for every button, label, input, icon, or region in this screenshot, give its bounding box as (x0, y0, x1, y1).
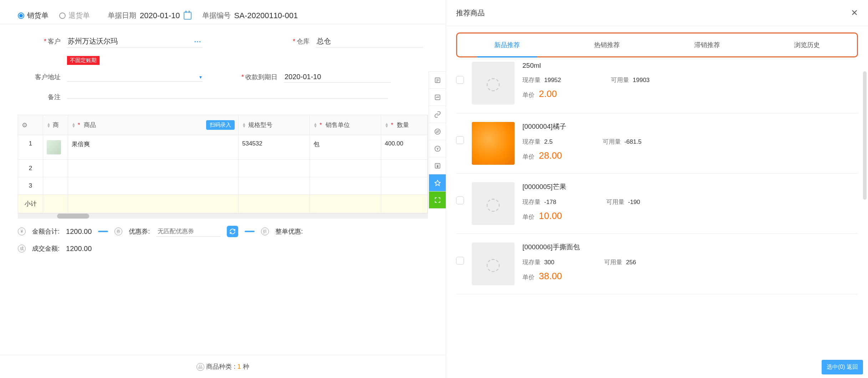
tab-return-order[interactable]: 退货单 (59, 11, 90, 20)
customer-field: *客户 苏州万达沃尔玛 ⋯ (18, 35, 203, 48)
warehouse-value: 总仓 (317, 36, 331, 46)
product-name: [0000005]芒果 (522, 182, 858, 191)
customer-input[interactable]: 苏州万达沃尔玛 ⋯ (67, 35, 203, 48)
sort-icon[interactable]: ▲▼ (72, 123, 76, 128)
price-label: 单价 (522, 274, 535, 281)
deal-icon: 成 (18, 245, 26, 252)
stock-label: 现存量 (522, 77, 541, 83)
recommend-tab[interactable]: 热销推荐 (557, 34, 657, 56)
product-image: ◌ (472, 62, 515, 104)
address-input[interactable]: ▾ (67, 73, 203, 82)
table-row[interactable]: 2 (18, 160, 428, 177)
item-checkbox[interactable] (456, 196, 464, 204)
more-icon[interactable]: ⋯ (194, 37, 202, 46)
recommend-item[interactable]: [0000004]橘子 现存量2.5 可用量-681.5 单价28.00 (456, 113, 858, 174)
price-label: 单价 (522, 214, 535, 220)
yen-circle-icon[interactable] (429, 157, 446, 174)
recommend-item[interactable]: ◌ [0000006]手撕面包 现存量300 可用量256 单价38.00 (456, 234, 858, 294)
subtotal-label: 小计 (18, 195, 43, 213)
customer-label: 客户 (48, 38, 61, 45)
doc-number-value: SA-20200110-001 (234, 11, 298, 20)
kind-count: 1 (238, 363, 241, 370)
col-spec: 规格型号 (248, 121, 272, 129)
link-icon[interactable] (429, 106, 446, 123)
recommend-tab[interactable]: 滞销推荐 (657, 34, 757, 56)
price-label: 单价 (522, 153, 535, 160)
svg-point-5 (435, 129, 440, 134)
warehouse-input[interactable]: 总仓 (316, 35, 423, 48)
product-image: ◌ (472, 242, 515, 285)
expand-icon[interactable] (429, 191, 446, 209)
refresh-button[interactable] (227, 226, 238, 237)
item-checkbox[interactable] (456, 257, 464, 265)
sort-icon[interactable]: ▲▼ (242, 123, 246, 128)
receipt-icon[interactable] (429, 140, 446, 157)
avail-value: -681.5 (624, 138, 642, 145)
avail-label: 可用量 (604, 259, 622, 266)
recommend-item[interactable]: ◌ 250ml 现存量19952 可用量19903 单价2.00 (456, 53, 858, 113)
side-toolbar (429, 71, 446, 209)
due-date-input[interactable]: 2020-01-10 (284, 71, 391, 83)
due-date-field: *收款到期日 2020-01-10 (235, 71, 391, 83)
doc-type-tabs: 销货单 退货单 单据日期 2020-01-10 单据编号 SA-20200110… (0, 7, 446, 24)
item-checkbox[interactable] (456, 136, 464, 144)
sort-icon[interactable]: ▲▼ (313, 123, 317, 128)
sort-icon[interactable]: ▲▼ (47, 123, 51, 128)
stock-label: 现存量 (522, 199, 541, 205)
footer-summary: 品 商品种类 : 1 种 (0, 355, 446, 378)
recommend-tabs-highlight: 新品推荐热销推荐滞销推荐浏览历史 (456, 32, 858, 57)
radio-selected-icon (18, 12, 24, 19)
stock-value: -178 (544, 199, 556, 205)
price-value: 2.00 (539, 88, 557, 99)
selected-return-button[interactable]: 选中(0) 返回 (822, 360, 863, 374)
sort-icon[interactable]: ▲▼ (385, 123, 389, 128)
exchange-icon[interactable] (429, 123, 446, 140)
doc-date-value[interactable]: 2020-01-10 (140, 11, 180, 20)
recommend-tab[interactable]: 浏览历史 (757, 34, 857, 56)
minus-icon (98, 231, 108, 232)
discount-icon: 折 (261, 228, 269, 235)
recommend-item[interactable]: ◌ [0000005]芒果 现存量-178 可用量-190 单价10.00 (456, 174, 858, 234)
product-name: [0000006]手撕面包 (522, 242, 858, 252)
table-row[interactable]: 1 果倍爽 534532 包 400.00 (18, 135, 428, 160)
customer-value: 苏州万达沃尔玛 (68, 36, 118, 46)
panel-title: 推荐商品 (456, 8, 485, 18)
calendar-icon[interactable] (184, 12, 192, 20)
tab-label: 退货单 (68, 11, 90, 20)
kind-unit: 种 (243, 363, 249, 370)
stock-value: 2.5 (544, 138, 553, 145)
stock-value: 300 (544, 259, 554, 266)
price-label: 单价 (522, 92, 535, 98)
scan-input-button[interactable]: 扫码录入 (206, 120, 235, 130)
address-label: 客户地址 (18, 73, 61, 81)
amount-label: 金额合计: (32, 227, 60, 236)
stock-label: 现存量 (522, 138, 541, 145)
product-thumbnail (47, 140, 61, 154)
stock-value: 19952 (544, 77, 561, 83)
col-product: 商品 (84, 121, 96, 129)
address-field: 客户地址 ▾ (18, 73, 203, 82)
chart-icon[interactable] (429, 89, 446, 106)
gear-icon[interactable]: ⚙ (22, 121, 27, 129)
tab-label: 销货单 (27, 11, 48, 20)
star-icon[interactable] (429, 174, 446, 191)
vertical-scrollbar[interactable] (863, 71, 867, 200)
remark-input[interactable] (67, 96, 388, 99)
subtotal-row: 小计 (18, 195, 428, 213)
recommend-tab[interactable]: 新品推荐 (457, 34, 557, 56)
recommend-list[interactable]: ◌ 250ml 现存量19952 可用量19903 单价2.00 [000000… (446, 53, 868, 356)
avail-value: -190 (628, 199, 640, 205)
close-icon[interactable]: ✕ (851, 8, 858, 18)
chevron-down-icon[interactable]: ▾ (199, 74, 202, 80)
list-icon[interactable] (429, 72, 446, 89)
horizontal-scrollbar[interactable] (18, 214, 428, 219)
table-row[interactable]: 3 (18, 177, 428, 195)
item-checkbox[interactable] (456, 76, 464, 84)
due-date-label: 收款到期日 (245, 73, 277, 81)
account-period-badge: 不固定账期 (67, 56, 99, 65)
tab-sales-order[interactable]: 销货单 (18, 11, 48, 20)
due-date-value: 2020-01-10 (285, 73, 321, 81)
product-name: 250ml (522, 62, 858, 70)
doc-date-label: 单据日期 (108, 11, 136, 20)
coupon-input[interactable] (156, 226, 220, 237)
